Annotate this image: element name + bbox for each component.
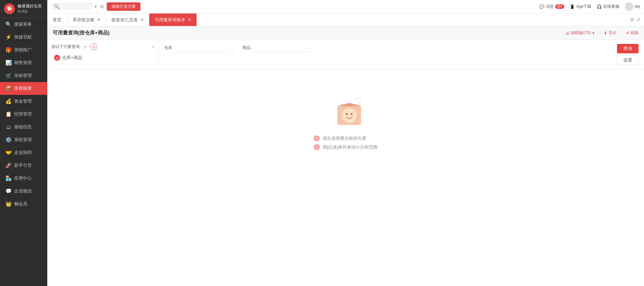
sidebar-item-marketing[interactable]: 🎁 营销推广 [0,44,47,56]
sidebar-item-label: 快捷导航 [14,34,32,40]
sidebar-item-system[interactable]: ⚙️ 系统管理 [0,133,47,146]
sidebar-item-label: 库存核算 [14,85,32,92]
sidebar-item-member[interactable]: 👑 畅会员 [0,198,47,210]
sidebar-item-inventory[interactable]: 📦 库存核算 [0,82,47,95]
online-service-button[interactable]: 🎧 在线客服 [597,4,619,9]
sidebar-item-shortcuts[interactable]: ⚡ 快捷导航 [0,31,47,44]
rocket-icon: 🚀 [5,162,11,168]
sidebar-item-label: 经营管理 [14,111,32,117]
query-button[interactable]: 查询 [617,44,639,53]
filter-scheme-panel: 按以下方案查询 + ⊙ « ◎ 仓库+商品 [47,40,159,69]
scheme-icon: ◎ [54,55,60,61]
refresh-icon: ↺ [626,31,629,35]
tab-summary[interactable]: 收发存汇总表 ✕ [106,14,149,26]
tab-available-close-icon[interactable]: ✕ [188,18,191,22]
goods-more-icon[interactable]: ··· [309,45,313,50]
empty-hint-text: 1 请先选择要分析的方案 2 用[过滤]条件来缩小分析范围 [314,135,378,150]
main-area: 🔍 ▾ ⚙ 体验行业方案 💬 消息 99+ 📱 App下载 🎧 在线客服 Rit [47,0,644,286]
sidebar: 畅 畅康通好生意 标准版 🔍 搜索菜单 ⚡ 快捷导航 🎁 营销推广 📊 销售管理… [0,0,47,286]
sidebar-header: 畅 畅康通好生意 标准版 [0,0,47,18]
svg-point-2 [346,113,348,115]
collapse-panel-icon[interactable]: « [152,44,154,49]
sidebar-item-label: 销售管理 [14,60,32,66]
app-download-button[interactable]: 📱 App下载 [570,4,591,9]
sidebar-item-appstore[interactable]: 🏪 应用中心 [0,172,47,185]
refresh-button[interactable]: ↺ 刷新 [626,30,639,36]
sidebar-item-label: 新手引导 [14,162,32,168]
goods-field-label: 商品 [242,45,251,51]
sidebar-title: 畅康通好生意 [18,4,42,9]
hint-text-1: 请先选择要分析的方案 [323,135,366,141]
empty-state: 1 请先选择要分析的方案 2 用[过滤]条件来缩小分析范围 [47,69,644,171]
message-button[interactable]: 💬 消息 99+ [539,4,564,9]
sidebar-item-label: 企业微信 [14,188,32,194]
filter-scheme-title: 按以下方案查询 [51,44,80,50]
user-profile[interactable]: Rit [625,2,640,11]
settings-gear-icon[interactable]: ⚙ [100,4,104,10]
cart-icon: 🛒 [5,73,11,79]
goods-input[interactable] [255,45,307,50]
sidebar-item-label: 资金管理 [14,98,32,104]
search-icon: 🔍 [54,4,59,9]
topbar: 🔍 ▾ ⚙ 体验行业方案 💬 消息 99+ 📱 App下载 🎧 在线客服 Rit [47,0,644,14]
sidebar-item-basic[interactable]: 🗂 基础信息 [0,121,47,133]
tab-home[interactable]: 首页 [47,14,67,26]
filter-area: 按以下方案查询 + ⊙ « ◎ 仓库+商品 仓库 [47,40,644,69]
print-label: 按模板打印 [571,30,591,36]
expand-window-icon[interactable]: ⤢ [636,17,641,23]
sidebar-item-search[interactable]: 🔍 搜索菜单 [0,18,47,31]
lightning-icon: ⚡ [5,34,11,40]
hint-row-2: 2 用[过滤]条件来缩小分析范围 [314,144,378,150]
tab-batch-close-icon[interactable]: ✕ [97,18,100,22]
filter-actions: 查询 设置 [617,44,639,65]
sidebar-item-funds[interactable]: 💰 资金管理 [0,95,47,108]
warehouse-field-input[interactable]: ··· [175,44,236,52]
sidebar-item-wechat[interactable]: 💬 企业微信 [0,185,47,198]
topbar-search-box[interactable]: 🔍 [51,3,92,10]
app-download-label: App下载 [576,4,591,9]
sidebar-item-sales[interactable]: 📊 销售管理 [0,56,47,69]
warehouse-more-icon[interactable]: ··· [230,45,234,50]
trial-industry-button[interactable]: 体验行业方案 [107,2,140,11]
sidebar-item-operations[interactable]: 📋 经营管理 [0,108,47,121]
sidebar-item-label: 系统管理 [14,137,32,143]
sidebar-item-enterprise[interactable]: 🤝 企业协同 [0,146,47,159]
empty-svg [329,96,369,130]
close-window-icon[interactable]: ✕ [630,17,634,23]
hint-row-1: 1 请先选择要分析的方案 [314,135,378,141]
topbar-right: 💬 消息 99+ 📱 App下载 🎧 在线客服 Rit [539,2,640,11]
tab-summary-close-icon[interactable]: ✕ [140,18,144,22]
warehouse-input[interactable] [176,45,229,50]
sidebar-item-newbie[interactable]: 🚀 新手引导 [0,159,47,172]
page-title: 可用量查询(按仓库+商品) [53,30,110,36]
search-input[interactable] [61,4,88,9]
tab-batch[interactable]: 库存批次账 ✕ [67,14,106,26]
tab-window-controls: ✕ ⤢ [626,17,644,23]
add-scheme-button[interactable]: + [82,43,88,50]
sidebar-subtitle: 标准版 [18,9,42,14]
crown-icon: 👑 [5,201,11,207]
tab-batch-label: 库存批次账 [73,17,95,23]
print-button[interactable]: 🖨 按模板打印 ▾ [565,30,594,36]
tab-summary-label: 收发存汇总表 [111,17,138,23]
sidebar-item-purchase[interactable]: 🛒 采购管理 [0,69,47,82]
sidebar-item-label: 畅会员 [14,201,27,207]
hint-text-2: 用[过滤]条件来缩小分析范围 [323,144,378,150]
settings-button[interactable]: 设置 [617,55,639,65]
online-service-label: 在线客服 [603,4,619,9]
box-icon: 📦 [5,85,11,92]
empty-illustration [329,96,363,130]
gift-icon: 🎁 [5,47,11,53]
settings-scheme-button[interactable]: ⊙ [91,43,97,50]
print-dropdown-icon[interactable]: ▾ [592,31,594,35]
dropdown-arrow-icon[interactable]: ▾ [95,4,97,9]
sidebar-item-label: 企业协同 [14,150,32,156]
headset-icon: 🎧 [597,4,602,9]
sidebar-item-label: 搜索菜单 [14,21,32,27]
svg-point-1 [342,108,357,123]
tab-available[interactable]: 可用量库存账本 ✕ [149,14,197,26]
goods-field-input[interactable]: ··· [253,44,314,52]
scheme-item-label: 仓库+商品 [62,55,82,61]
scheme-item-warehouse-goods[interactable]: ◎ 仓库+商品 [51,53,154,63]
export-button[interactable]: ⬇ 导出 [604,30,617,36]
